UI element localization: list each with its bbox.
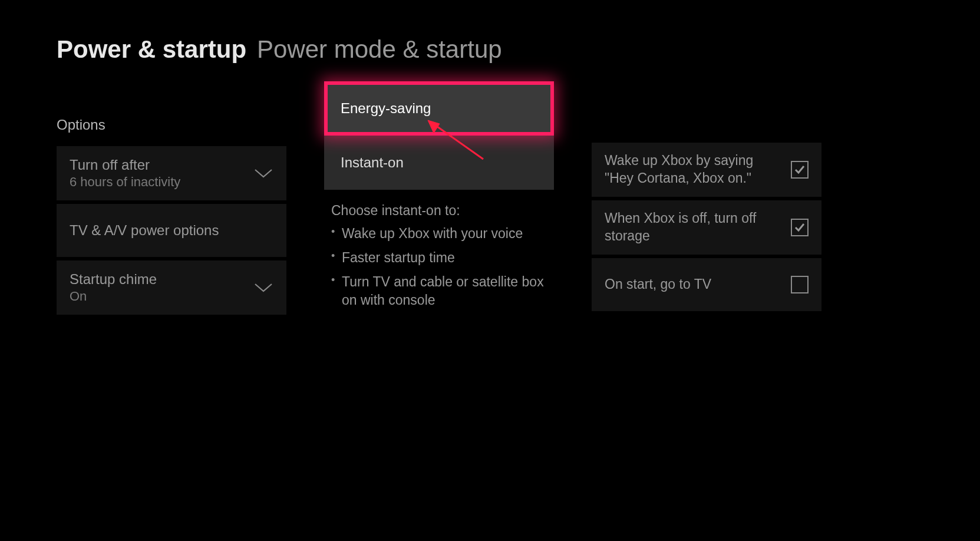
page-title: Power mode & startup bbox=[257, 35, 502, 64]
chevron-down-icon bbox=[253, 168, 273, 179]
toggle-label: Wake up Xbox by saying "Hey Cortana, Xbo… bbox=[605, 152, 776, 187]
toggle-wake-by-voice[interactable]: Wake up Xbox by saying "Hey Cortana, Xbo… bbox=[592, 143, 821, 197]
option-sublabel: On bbox=[70, 289, 157, 304]
option-label: Turn off after bbox=[70, 157, 180, 173]
checkbox-icon bbox=[791, 161, 809, 179]
desc-bullet: Wake up Xbox with your voice bbox=[331, 225, 547, 243]
page-header: Power & startup Power mode & startup bbox=[57, 35, 923, 64]
desc-bullet: Faster startup time bbox=[331, 249, 547, 267]
toggle-label: When Xbox is off, turn off storage bbox=[605, 210, 776, 245]
toggle-on-start-go-to-tv[interactable]: On start, go to TV bbox=[592, 258, 821, 311]
option-tv-av-power[interactable]: TV & A/V power options bbox=[57, 204, 286, 257]
checkbox-icon bbox=[791, 219, 809, 236]
option-startup-chime[interactable]: Startup chime On bbox=[57, 260, 286, 315]
option-label: Startup chime bbox=[70, 271, 157, 288]
breadcrumb: Power & startup bbox=[57, 35, 246, 64]
options-section-label: Options bbox=[57, 117, 286, 133]
option-label: TV & A/V power options bbox=[70, 223, 219, 237]
power-mode-label: Energy-saving bbox=[341, 100, 431, 117]
power-mode-label: Instant-on bbox=[341, 154, 404, 171]
toggle-turn-off-storage[interactable]: When Xbox is off, turn off storage bbox=[592, 200, 821, 255]
checkbox-icon bbox=[791, 276, 809, 293]
power-mode-instant-on[interactable]: Instant-on bbox=[324, 136, 554, 190]
chevron-down-icon bbox=[253, 282, 273, 293]
option-turn-off-after[interactable]: Turn off after 6 hours of inactivity bbox=[57, 146, 286, 200]
toggles-column: Wake up Xbox by saying "Hey Cortana, Xbo… bbox=[592, 117, 821, 315]
power-mode-energy-saving[interactable]: Energy-saving bbox=[324, 81, 554, 136]
toggle-label: On start, go to TV bbox=[605, 276, 711, 293]
options-column: Options Turn off after 6 hours of inacti… bbox=[57, 117, 286, 318]
option-sublabel: 6 hours of inactivity bbox=[70, 174, 180, 190]
power-mode-column: Energy-saving Instant-on Choose instant-… bbox=[324, 117, 554, 309]
power-mode-description: Choose instant-on to: Wake up Xbox with … bbox=[324, 203, 554, 309]
desc-lead: Choose instant-on to: bbox=[331, 203, 547, 219]
desc-bullet: Turn TV and cable or satellite box on wi… bbox=[331, 273, 547, 309]
